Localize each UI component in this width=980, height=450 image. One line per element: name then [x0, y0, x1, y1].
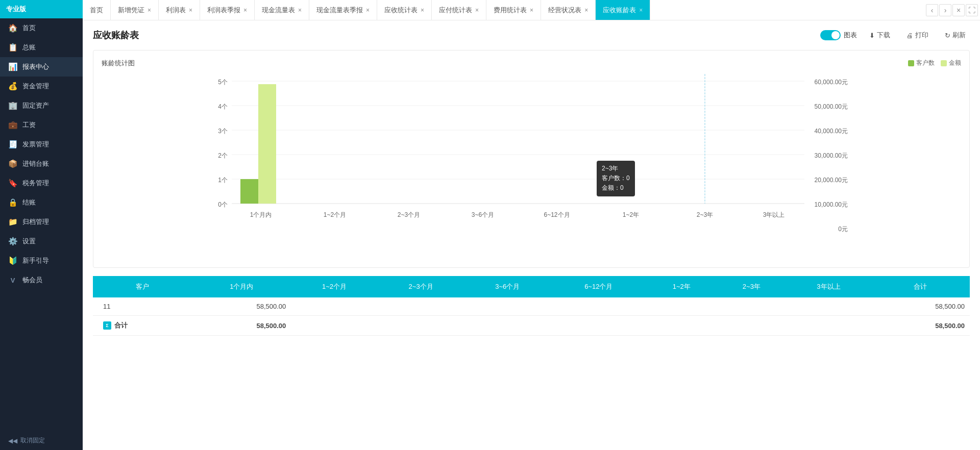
toggle-knob[interactable]: [820, 30, 841, 40]
legend-customers-dot: [908, 60, 914, 66]
tab-cashflow-quarter-close[interactable]: ×: [366, 7, 370, 14]
page-content: 应收账龄表 图表 ⬇ 下载 🖨 打印 ↻ 刷新: [83, 20, 980, 450]
tab-expense-stat-close[interactable]: ×: [530, 7, 533, 14]
report-icon: 📊: [8, 62, 17, 71]
sidebar-item-salary[interactable]: 💼 工资: [0, 115, 83, 135]
table-total-row: Σ 合计 58,500.00 58,500.00: [93, 316, 970, 336]
sidebar-label-salary: 工资: [22, 120, 36, 130]
sidebar-item-sales[interactable]: 📦 进销台账: [0, 154, 83, 173]
tab-payable-stat-label: 应付统计表: [439, 6, 472, 15]
svg-text:20,000.00元: 20,000.00元: [815, 177, 848, 184]
legend-amount-dot: [941, 60, 947, 66]
tab-profit-close[interactable]: ×: [189, 7, 192, 14]
svg-text:2~3个月: 2~3个月: [398, 211, 420, 218]
sidebar-label-ledger: 总账: [22, 43, 36, 52]
col-header-6-12month: 6~12个月: [551, 276, 647, 297]
svg-text:2个: 2个: [218, 152, 228, 159]
sidebar-item-guide[interactable]: 🔰 新手引导: [0, 251, 83, 270]
tab-aging[interactable]: 应收账龄表 ×: [596, 0, 650, 20]
tab-cashflow-label: 现金流量表: [262, 6, 295, 15]
tab-aging-close[interactable]: ×: [639, 7, 643, 14]
sidebar-item-archive[interactable]: 📁 归档管理: [0, 212, 83, 232]
total-1month: 58,500.00: [192, 316, 291, 336]
sidebar-label-settings: 设置: [22, 237, 36, 246]
svg-text:1~2个月: 1~2个月: [324, 211, 346, 218]
refresh-btn[interactable]: ↻ 刷新: [941, 29, 970, 42]
tab-receivable-stat-close[interactable]: ×: [421, 7, 424, 14]
cell-total: 58,500.00: [871, 297, 970, 316]
refresh-label: 刷新: [952, 31, 966, 40]
sidebar-item-asset[interactable]: 🏢 固定资产: [0, 96, 83, 115]
col-header-1-2year: 1~2年: [647, 276, 717, 297]
tab-receivable-stat-label: 应收统计表: [384, 6, 418, 15]
tab-operation[interactable]: 经营状况表 ×: [541, 0, 596, 20]
page-title: 应收账龄表: [93, 29, 139, 41]
sidebar-label-close-accounts: 结账: [22, 198, 36, 207]
cell-1-2month: [291, 297, 378, 316]
guide-icon: 🔰: [8, 256, 17, 265]
sidebar-item-report[interactable]: 📊 报表中心: [0, 57, 83, 77]
sidebar-item-fund[interactable]: 💰 资金管理: [0, 77, 83, 96]
download-btn[interactable]: ⬇ 下载: [865, 29, 894, 42]
legend-customers-label: 客户数: [916, 59, 935, 67]
tab-expense-stat[interactable]: 费用统计表 ×: [486, 0, 541, 20]
chart-legend: 客户数 金额: [908, 59, 961, 67]
cell-2-3month: [378, 297, 464, 316]
sidebar-item-ledger[interactable]: 📋 总账: [0, 38, 83, 57]
tab-nav-buttons: ‹ › × ⛶: [924, 4, 980, 16]
tab-operation-close[interactable]: ×: [584, 7, 588, 14]
tab-profit-quarter[interactable]: 利润表季报 ×: [200, 0, 255, 20]
tab-voucher[interactable]: 新增凭证 ×: [111, 0, 159, 20]
tab-cashflow-close[interactable]: ×: [298, 7, 302, 14]
home-icon: 🏠: [8, 23, 17, 33]
tab-prev-btn[interactable]: ‹: [926, 4, 938, 16]
tab-cashflow[interactable]: 现金流量表 ×: [255, 0, 309, 20]
chart-toggle[interactable]: 图表: [820, 30, 857, 40]
print-label: 打印: [915, 31, 928, 40]
svg-text:3~6个月: 3~6个月: [472, 211, 494, 218]
col-header-2-3year: 2~3年: [717, 276, 787, 297]
cell-over3year: [787, 297, 871, 316]
svg-text:60,000.00元: 60,000.00元: [815, 79, 848, 86]
sidebar-item-tax[interactable]: 🔖 税务管理: [0, 173, 83, 193]
bar-amount-1: [258, 84, 276, 204]
unpin-sidebar-btn[interactable]: ◀◀ 取消固定: [0, 431, 83, 450]
download-label: 下载: [877, 31, 890, 40]
tab-close-btn[interactable]: ×: [952, 4, 965, 16]
col-header-1month: 1个月内: [192, 276, 291, 297]
tab-profit-label: 利润表: [166, 6, 186, 15]
sidebar-item-home[interactable]: 🏠 首页: [0, 18, 83, 38]
tab-cashflow-quarter[interactable]: 现金流量表季报 ×: [309, 0, 377, 20]
tab-next-btn[interactable]: ›: [939, 4, 951, 16]
tab-receivable-stat[interactable]: 应收统计表 ×: [377, 0, 432, 20]
tax-icon: 🔖: [8, 179, 17, 188]
tab-profit[interactable]: 利润表 ×: [159, 0, 200, 20]
cell-1month: 58,500.00: [192, 297, 291, 316]
col-header-3-6month: 3~6个月: [464, 276, 551, 297]
print-btn[interactable]: 🖨 打印: [902, 29, 933, 42]
legend-amount-label: 金额: [949, 59, 961, 67]
toolbar-right: 图表 ⬇ 下载 🖨 打印 ↻ 刷新: [820, 29, 970, 42]
tab-payable-stat[interactable]: 应付统计表 ×: [432, 0, 486, 20]
sidebar-label-asset: 固定资产: [22, 101, 49, 110]
tab-profit-quarter-close[interactable]: ×: [243, 7, 247, 14]
total-icon: Σ: [103, 321, 111, 330]
tab-expand-btn[interactable]: ⛶: [966, 4, 978, 16]
sidebar-label-fund: 资金管理: [22, 82, 49, 91]
fund-icon: 💰: [8, 82, 17, 91]
bar-customers-1: [240, 179, 258, 204]
svg-text:1~2年: 1~2年: [623, 211, 639, 218]
tab-voucher-close[interactable]: ×: [148, 7, 151, 14]
sidebar-item-member[interactable]: V 畅会员: [0, 270, 83, 290]
sidebar-item-invoice[interactable]: 🧾 发票管理: [0, 135, 83, 154]
total-total: 58,500.00: [871, 316, 970, 336]
invoice-icon: 🧾: [8, 140, 17, 149]
tab-payable-stat-close[interactable]: ×: [475, 7, 479, 14]
svg-text:10,000.00元: 10,000.00元: [815, 201, 848, 208]
tab-home[interactable]: 首页: [83, 0, 111, 20]
sidebar-label-sales: 进销台账: [22, 159, 49, 168]
table-row: 11 58,500.00 58,500.00: [93, 297, 970, 316]
sidebar-item-close-accounts[interactable]: 🔒 结账: [0, 193, 83, 212]
sidebar-item-settings[interactable]: ⚙️ 设置: [0, 232, 83, 251]
svg-text:0个: 0个: [218, 201, 228, 208]
